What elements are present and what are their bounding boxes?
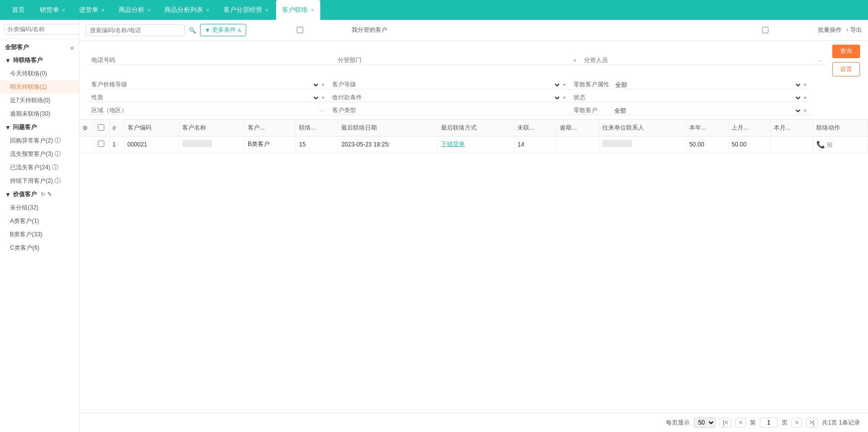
col-this-year: 本年... (686, 120, 728, 137)
chevron-down-icon[interactable]: ▾ (563, 82, 566, 87)
close-icon[interactable]: × (147, 7, 150, 13)
top-nav: 首页 销货单 × 进货单 × 商品分析 × 商品分析列表 × 客户分层经营 × … (0, 0, 868, 20)
last-page-btn[interactable]: >| (806, 418, 818, 428)
status-select[interactable] (612, 94, 802, 102)
col-settings[interactable]: ⚙ (79, 120, 94, 137)
per-page-select[interactable]: 50 (694, 417, 716, 428)
nav-tab-customer-tier[interactable]: 客户分层经营 × (217, 0, 274, 20)
first-page-btn[interactable]: |< (720, 418, 731, 428)
close-icon[interactable]: × (101, 7, 104, 13)
row-last-month: 50.00 (728, 137, 771, 152)
chevron-down-icon[interactable]: ▾ (322, 82, 324, 87)
sidebar-group-pending[interactable]: ▼ 待联络客户 (0, 54, 79, 67)
collapse-icon[interactable]: « (70, 44, 74, 52)
sidebar-item-declining[interactable]: 持续下滑客户(2) ⓘ (0, 174, 79, 188)
sidebar-group-value[interactable]: ▼ 价值客户 ↻ ✎ (0, 188, 79, 201)
search-icon[interactable]: 🔍 (189, 27, 196, 34)
col-action: 联络动作 (813, 120, 868, 137)
grid-action-icon[interactable]: ⊞ (827, 141, 833, 148)
row-this-month (771, 137, 813, 152)
nav-tab-customer-contact[interactable]: 客户联络 × (276, 0, 320, 20)
query-btn[interactable]: 查询 (832, 45, 860, 58)
nature-label: 性质 (91, 93, 126, 102)
row-name (179, 137, 244, 152)
customer-type-input[interactable] (371, 107, 565, 114)
sidebar-item-7days[interactable]: 近7天待联络(0) (0, 94, 79, 107)
edit-icon[interactable]: ✎ (47, 191, 52, 198)
group-problem-label: 问题客户 (13, 123, 37, 132)
status-label: 状态 (574, 93, 608, 102)
close-icon[interactable]: × (62, 7, 65, 13)
col-code: 客户编码 (124, 120, 179, 137)
row-last-method[interactable]: 下销货单 (438, 137, 514, 152)
sidebar-item-a-class[interactable]: A类客户(1) (0, 215, 79, 228)
search-input[interactable] (85, 24, 185, 36)
chevron-down-icon[interactable]: ▾ (563, 95, 566, 100)
total-records: 共1页 1条记录 (822, 419, 860, 427)
chevron-down-icon[interactable]: ▾ (804, 82, 806, 87)
chevron-down-icon[interactable]: ▾ (574, 58, 576, 63)
batch-checkbox[interactable] (716, 27, 815, 33)
phone-input[interactable] (130, 57, 330, 64)
nav-tab-sales[interactable]: 销货单 × (34, 0, 71, 20)
col-not-contacted: 未联... (514, 120, 557, 137)
sidebar-item-b-class[interactable]: B类客户(33) (0, 228, 79, 241)
sidebar-item-ungrouped[interactable]: 未分组(32) (0, 201, 79, 215)
row-select-checkbox[interactable] (98, 141, 104, 147)
close-icon[interactable]: × (206, 7, 209, 13)
sidebar-item-tomorrow[interactable]: 明天待联络(1) (0, 80, 79, 94)
phone-action-icon[interactable]: 📞 (816, 141, 825, 148)
last-method-link[interactable]: 下销货单 (441, 141, 465, 147)
batch-operate-btn[interactable]: 批量操作 (716, 26, 842, 34)
col-unit-contact: 往来单位联系人 (599, 120, 686, 137)
retail-attr-select[interactable]: 全部 (613, 81, 802, 89)
customer-level-select[interactable] (371, 81, 561, 89)
nav-home[interactable]: 首页 (5, 0, 32, 20)
sidebar-item-repurchase-abnormal[interactable]: 回购异常客户(2) ⓘ (0, 134, 79, 147)
payment-select[interactable] (371, 94, 561, 102)
close-icon[interactable]: × (311, 7, 314, 13)
person-input[interactable] (623, 57, 817, 64)
reset-btn[interactable]: 设置 (832, 62, 860, 76)
col-checkbox[interactable] (94, 120, 109, 137)
close-icon[interactable]: × (265, 7, 268, 13)
sidebar-item-today[interactable]: 今天待联络(0) (0, 67, 79, 80)
sidebar-group-problem[interactable]: ▼ 问题客户 (0, 121, 79, 134)
col-overdue: 逾期... (557, 120, 599, 137)
more-icon[interactable]: ··· (319, 107, 324, 114)
sidebar-item-c-class[interactable]: C类客户(6) (0, 241, 79, 255)
dept-input[interactable] (376, 57, 572, 64)
select-all-checkbox[interactable] (98, 124, 104, 131)
dept-label: 分管部门 (338, 56, 372, 65)
more-icon[interactable]: ··· (817, 57, 822, 64)
chevron-down-icon[interactable]: ▾ (804, 108, 806, 113)
prev-page-btn[interactable]: < (735, 418, 746, 428)
nav-tab-analysis[interactable]: 商品分析 × (113, 0, 156, 20)
toolbar-right: 批量操作 ↑ 导出 (716, 26, 862, 34)
my-customers-checkbox[interactable]: 我分管的客户 (250, 26, 387, 34)
sidebar-item-churn-warning[interactable]: 流失预警客户(3) ⓘ (0, 147, 79, 161)
nav-tab-analysis-list[interactable]: 商品分析列表 × (158, 0, 215, 20)
sidebar-item-overdue[interactable]: 逾期未联络(30) (0, 107, 79, 121)
row-settings (79, 137, 94, 152)
row-type: B类客户 (245, 137, 296, 152)
region-input[interactable] (131, 107, 319, 114)
refresh-icon[interactable]: ↻ (41, 191, 45, 198)
sidebar-item-churned[interactable]: 已流失客户(24) ⓘ (0, 161, 79, 174)
nature-select[interactable] (130, 94, 320, 102)
page-input[interactable] (760, 418, 778, 428)
chevron-down-icon[interactable]: ▾ (804, 95, 806, 100)
price-level-select[interactable] (131, 81, 320, 89)
export-btn[interactable]: ↑ 导出 (846, 26, 862, 34)
row-checkbox[interactable] (94, 137, 109, 152)
nav-tab-purchase[interactable]: 进货单 × (73, 0, 110, 20)
more-conditions-btn[interactable]: ▼ 更多条件 ∧ (200, 24, 246, 36)
next-page-btn[interactable]: > (792, 418, 802, 428)
my-customers-check[interactable] (250, 27, 350, 33)
filter-person: 分管人员 ··· (580, 56, 826, 65)
page-label: 第 (750, 419, 756, 427)
gear-icon[interactable]: ⚙ (82, 125, 88, 132)
chevron-down-icon[interactable]: ▾ (322, 95, 324, 100)
retail-select[interactable]: 全部 (612, 107, 802, 115)
sidebar-search-input[interactable] (4, 24, 79, 35)
